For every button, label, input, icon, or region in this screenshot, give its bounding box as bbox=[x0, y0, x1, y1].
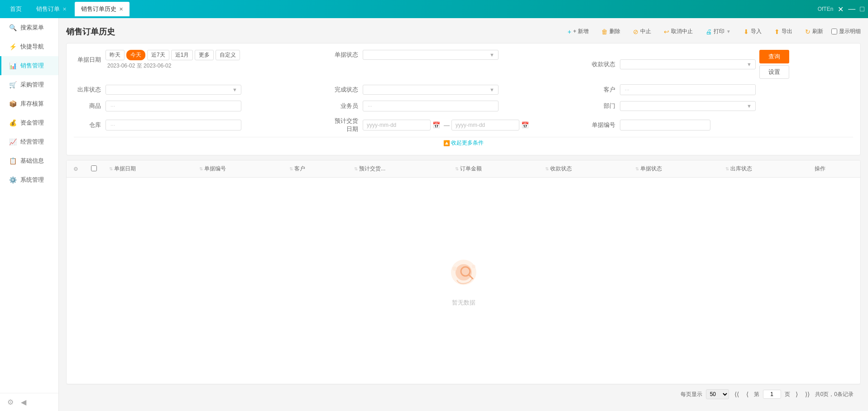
svg-point-4 bbox=[452, 266, 457, 271]
sidebar-item-sales-mgmt[interactable]: 📊 销售管理 bbox=[0, 56, 58, 75]
tab-sales-order[interactable]: 销售订单 ✕ bbox=[30, 2, 73, 16]
date-btn-7days[interactable]: 近7天 bbox=[147, 50, 169, 60]
select-all-checkbox[interactable] bbox=[91, 165, 97, 171]
date-btn-today[interactable]: 今天 bbox=[126, 50, 145, 60]
date-btn-custom[interactable]: 自定义 bbox=[216, 50, 240, 60]
page-label: 第 bbox=[754, 391, 759, 398]
doc-number-input[interactable] bbox=[620, 120, 710, 131]
sidebar-item-sales-mgmt-label: 销售管理 bbox=[20, 62, 44, 70]
settings-button[interactable]: 设置 bbox=[759, 65, 789, 79]
tab-home[interactable]: 首页 bbox=[4, 2, 28, 16]
col-number[interactable]: ⇅ 单据编号 bbox=[193, 160, 283, 178]
expected-delivery-start[interactable] bbox=[363, 120, 431, 131]
col-number-sort-icon: ⇅ bbox=[199, 166, 203, 171]
col-date[interactable]: ⇅ 单据日期 bbox=[103, 160, 193, 178]
sidebar-collapse-icon[interactable]: ◀ bbox=[21, 398, 26, 406]
col-delivery[interactable]: ⇅ 出库状态 bbox=[719, 160, 809, 178]
page-number-input[interactable] bbox=[763, 390, 781, 399]
tab-sales-order-history-close[interactable]: ✕ bbox=[119, 6, 123, 12]
sidebar-item-purchase-mgmt[interactable]: 🛒 采购管理 bbox=[0, 75, 58, 94]
sidebar-item-sys-mgmt[interactable]: ⚙️ 系统管理 bbox=[0, 170, 58, 189]
per-page-select[interactable]: 50 10 20 100 bbox=[706, 389, 729, 399]
display-toggle-checkbox[interactable] bbox=[831, 29, 837, 34]
sidebar-settings-icon[interactable]: ⚙ bbox=[7, 398, 14, 406]
cancel-stop-button[interactable]: ↩ 取消中止 bbox=[659, 25, 697, 38]
import-button[interactable]: ⬇ 导入 bbox=[739, 25, 766, 38]
cancel-stop-label: 取消中止 bbox=[671, 28, 693, 35]
import-icon: ⬇ bbox=[743, 28, 749, 35]
pagination: 每页显示 50 10 20 100 ⟨⟨ ⟨ 第 页 ⟩ ⟩⟩ 共0页，0条记录 bbox=[66, 384, 861, 404]
delivery-status-select[interactable]: ▼ bbox=[106, 85, 241, 95]
top-maximize-icon[interactable]: □ bbox=[860, 5, 864, 13]
delete-button[interactable]: 🗑 删除 bbox=[597, 25, 625, 38]
calendar-end-icon[interactable]: 📅 bbox=[521, 121, 529, 129]
export-button[interactable]: ⬆ 导出 bbox=[770, 25, 797, 38]
sidebar-item-search-menu[interactable]: 🔍 搜索菜单 bbox=[0, 18, 58, 37]
svg-point-5 bbox=[472, 265, 475, 268]
col-payment[interactable]: ⇅ 收款状态 bbox=[539, 160, 629, 178]
print-icon: 🖨 bbox=[705, 28, 712, 35]
col-delivery-label: 出库状态 bbox=[730, 165, 752, 173]
doc-status-select[interactable]: ▼ bbox=[363, 50, 499, 60]
new-label: + 新增 bbox=[573, 28, 589, 35]
refresh-button[interactable]: ↻ 刷新 bbox=[801, 25, 828, 38]
date-filter-label: 单据日期 bbox=[74, 56, 106, 64]
date-btn-yesterday[interactable]: 昨天 bbox=[106, 50, 125, 60]
expected-delivery-end[interactable] bbox=[451, 120, 519, 131]
date-btn-1month[interactable]: 近1月 bbox=[171, 50, 193, 60]
collapse-icon: 🔼 bbox=[443, 140, 450, 146]
department-label: 部门 bbox=[588, 102, 620, 110]
sidebar-item-inventory[interactable]: 📦 库存核算 bbox=[0, 94, 58, 113]
customer-filter[interactable]: ··· bbox=[620, 84, 756, 95]
top-minimize-icon[interactable]: — bbox=[848, 5, 855, 13]
salesperson-filter[interactable]: ··· bbox=[363, 101, 499, 111]
col-expected[interactable]: ⇅ 预计交货... bbox=[348, 160, 449, 178]
sidebar-item-basic-info[interactable]: 📋 基础信息 bbox=[0, 151, 58, 170]
col-doc-status[interactable]: ⇅ 单据状态 bbox=[629, 160, 719, 178]
last-page-button[interactable]: ⟩⟩ bbox=[803, 390, 811, 399]
calendar-start-icon[interactable]: 📅 bbox=[432, 121, 440, 129]
completion-status-chevron: ▼ bbox=[489, 87, 494, 92]
date-btn-more[interactable]: 更多 bbox=[195, 50, 214, 60]
col-customer[interactable]: ⇅ 客户 bbox=[283, 160, 348, 178]
col-amount[interactable]: ⇅ 订单金额 bbox=[449, 160, 539, 178]
table-settings-icon[interactable]: ⚙ bbox=[73, 166, 78, 172]
sidebar-item-finance[interactable]: 💰 资金管理 bbox=[0, 113, 58, 132]
department-select[interactable]: ▼ bbox=[620, 101, 756, 111]
sidebar-item-quick-nav[interactable]: ⚡ 快捷导航 bbox=[0, 37, 58, 56]
tab-sales-order-history[interactable]: 销售订单历史 ✕ bbox=[75, 2, 129, 16]
display-toggle: 显示明细 bbox=[831, 28, 861, 35]
new-button[interactable]: + + 新增 bbox=[563, 25, 594, 38]
query-button[interactable]: 查询 bbox=[759, 50, 789, 63]
doc-status-chevron: ▼ bbox=[489, 52, 494, 58]
sidebar-item-operations[interactable]: 📈 经营管理 bbox=[0, 132, 58, 151]
empty-state: 暂无数据 bbox=[67, 178, 860, 384]
warehouse-filter[interactable]: ··· bbox=[106, 120, 241, 131]
col-doc-status-label: 单据状态 bbox=[640, 165, 662, 173]
prev-page-button[interactable]: ⟨ bbox=[744, 390, 750, 399]
stop-button[interactable]: ⊘ 中止 bbox=[628, 25, 656, 38]
sidebar-item-operations-label: 经营管理 bbox=[20, 138, 44, 146]
completion-status-select[interactable]: ▼ bbox=[363, 85, 499, 95]
tab-home-label: 首页 bbox=[10, 5, 22, 13]
print-button[interactable]: 🖨 打印 ▼ bbox=[701, 25, 735, 38]
search-menu-icon: 🔍 bbox=[9, 24, 17, 32]
first-page-button[interactable]: ⟨⟨ bbox=[733, 390, 741, 399]
date-separator: — bbox=[444, 122, 450, 129]
sidebar-item-quick-nav-label: 快捷导航 bbox=[20, 43, 44, 51]
warehouse-label: 仓库 bbox=[74, 121, 106, 129]
collapse-button[interactable]: 🔼 收起更多条件 bbox=[443, 139, 484, 147]
tab-sales-order-close[interactable]: ✕ bbox=[62, 6, 67, 12]
next-page-button[interactable]: ⟩ bbox=[794, 390, 800, 399]
print-chevron-icon: ▼ bbox=[726, 29, 731, 34]
product-filter[interactable]: ··· bbox=[106, 101, 241, 111]
payment-status-select[interactable]: ▼ bbox=[620, 59, 756, 69]
top-close-icon[interactable]: ✕ bbox=[838, 5, 844, 14]
col-customer-sort-icon: ⇅ bbox=[289, 166, 293, 171]
table-header-row: ⚙ ⇅ 单据日期 ⇅ bbox=[67, 160, 860, 178]
stop-icon: ⊘ bbox=[633, 28, 638, 35]
expected-delivery-label: 预计交货日期 bbox=[331, 117, 363, 133]
sidebar-bottom: ⚙ ◀ bbox=[0, 393, 58, 411]
col-expected-sort-icon: ⇅ bbox=[354, 166, 358, 171]
export-icon: ⬆ bbox=[774, 28, 780, 35]
